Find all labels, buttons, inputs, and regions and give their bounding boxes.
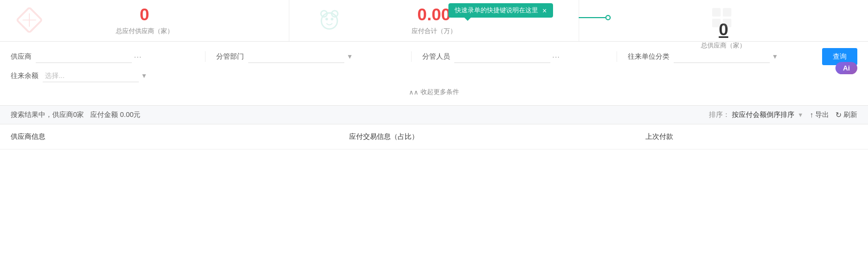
supplier-dots-icon[interactable]: ··· <box>134 52 142 61</box>
table-body <box>0 150 868 275</box>
collapse-up-icon: ∧∧ <box>409 89 419 96</box>
balance-chevron-icon[interactable]: ▼ <box>141 72 147 80</box>
filter-row-1: 供应商 ··· 分管部门 ▼ 分管人员 ··· 往来单位分类 ▼ 查询 <box>11 48 857 65</box>
result-info: 搜索结果中，供应商0家 应付金额 0.00元 <box>11 110 140 120</box>
filter-section: 供应商 ··· 分管部门 ▼ 分管人员 ··· 往来单位分类 ▼ 查询 <box>0 42 868 106</box>
divider-2 <box>411 51 412 62</box>
collapse-label: 收起更多条件 <box>421 88 459 97</box>
result-actions: 排序： 按应付会额倒序排序 ▼ ↑ 导出 ↻ 刷新 <box>709 110 857 120</box>
filter-supplier: 供应商 ··· <box>11 50 194 63</box>
col-header-supplier: 供应商信息 <box>11 132 349 142</box>
supplier-label: 供应商 <box>11 52 31 61</box>
svg-rect-10 <box>712 19 721 27</box>
unit-category-label: 往来单位分类 <box>628 52 669 61</box>
svg-point-3 <box>321 13 337 29</box>
filter-balance: 往来余额 选择... ▼ <box>11 69 857 82</box>
refresh-label: 刷新 <box>843 110 857 120</box>
export-label: 导出 <box>815 110 829 120</box>
ai-badge[interactable]: Ai <box>835 62 857 74</box>
summary-item-payable-suppliers: 0 总应付供应商（家） <box>0 0 289 41</box>
filter-manager: 分管人员 ··· <box>422 50 606 63</box>
summary-item-total-suppliers: 0 总供应商（家） <box>579 0 868 41</box>
payable-total-number: 0.00 <box>417 5 451 24</box>
result-bar: 搜索结果中，供应商0家 应付金额 0.00元 排序： 按应付会额倒序排序 ▼ ↑… <box>0 106 868 124</box>
total-suppliers-label: 总供应商（家） <box>701 41 746 50</box>
col-header-payable: 应付交易信息（占比） <box>349 132 645 142</box>
collapse-row: ∧∧ 收起更多条件 <box>11 87 857 98</box>
supplier-count-info: 搜索结果中，供应商0家 <box>11 110 84 120</box>
balance-select[interactable]: 选择... <box>43 69 139 82</box>
tooltip-bubble: 快速录单的快捷键说明在这里 × <box>448 3 553 18</box>
divider-3 <box>617 51 617 62</box>
department-input[interactable] <box>248 50 344 63</box>
export-button[interactable]: ↑ 导出 <box>810 110 829 120</box>
payable-total-label: 应付合计（万） <box>412 27 456 36</box>
svg-point-6 <box>326 18 328 20</box>
balance-label: 往来余额 <box>11 71 38 81</box>
col-header-lastpay: 上次付款 <box>645 132 857 142</box>
tooltip-text: 快速录单的快捷键说明在这里 <box>455 6 538 15</box>
svg-rect-11 <box>723 19 731 27</box>
payable-suppliers-label: 总应付供应商（家） <box>116 27 173 36</box>
manager-label: 分管人员 <box>422 52 450 61</box>
diamond-icon <box>16 6 43 35</box>
manager-input[interactable] <box>454 50 550 63</box>
sort-label: 排序： <box>709 110 730 120</box>
export-icon: ↑ <box>810 111 814 119</box>
amount-info: 应付金额 0.00元 <box>90 110 140 120</box>
collapse-button[interactable]: ∧∧ 收起更多条件 <box>404 87 464 98</box>
refresh-icon: ↻ <box>835 111 842 119</box>
table-header: 供应商信息 应付交易信息（占比） 上次付款 <box>0 124 868 150</box>
sort-chevron-icon[interactable]: ▼ <box>798 112 803 118</box>
filter-row-2: 往来余额 选择... ▼ <box>11 69 857 82</box>
svg-rect-8 <box>712 8 721 17</box>
grid-icon <box>710 6 737 34</box>
unit-category-chevron-icon[interactable]: ▼ <box>772 53 778 60</box>
table-section: 供应商信息 应付交易信息（占比） 上次付款 <box>0 124 868 275</box>
department-chevron-icon[interactable]: ▼ <box>346 53 353 60</box>
summary-item-payable-total: 0.00 应付合计（万） 快速录单的快捷键说明在这里 × <box>289 0 579 41</box>
filter-department: 分管部门 ▼ <box>216 50 400 63</box>
bear-icon <box>316 6 343 35</box>
supplier-input[interactable] <box>36 50 132 63</box>
payable-suppliers-number: 0 <box>140 5 149 24</box>
sort-section: 排序： 按应付会额倒序排序 ▼ <box>709 110 803 120</box>
divider-1 <box>205 51 206 62</box>
summary-bar: 0 总应付供应商（家） 0.00 应付合计（万） 快速录单的快捷键说明在这里 × <box>0 0 868 42</box>
unit-category-input[interactable] <box>674 50 770 63</box>
department-label: 分管部门 <box>216 52 244 61</box>
tooltip-close-icon[interactable]: × <box>542 7 547 14</box>
refresh-button[interactable]: ↻ 刷新 <box>835 110 857 120</box>
manager-dots-icon[interactable]: ··· <box>553 52 561 61</box>
filter-unit-category: 往来单位分类 ▼ <box>628 50 811 63</box>
svg-point-7 <box>331 18 334 20</box>
svg-rect-9 <box>723 8 731 17</box>
sort-value[interactable]: 按应付会额倒序排序 <box>732 110 794 120</box>
